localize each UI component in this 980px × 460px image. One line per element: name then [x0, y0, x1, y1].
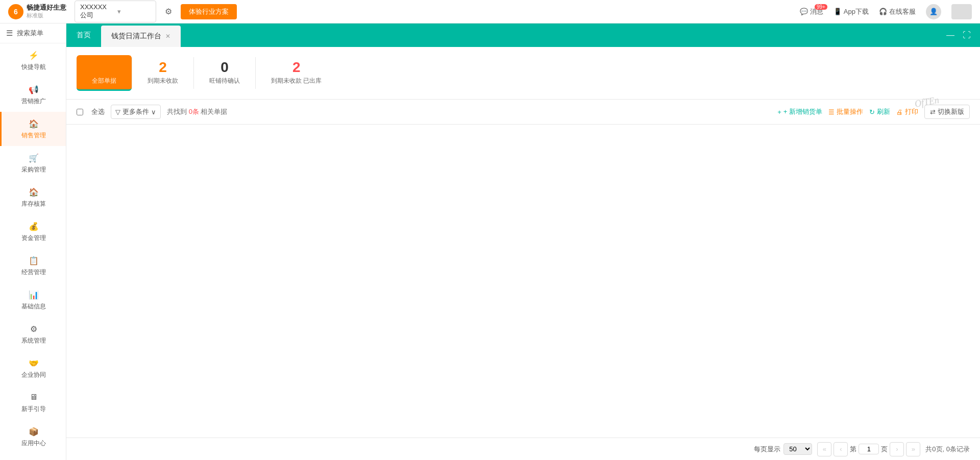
sidebar-item-marketing[interactable]: 📢 营销推广 [0, 78, 66, 112]
stat-card-pending[interactable]: 0 旺铺待确认 [194, 55, 255, 91]
message-button[interactable]: 💬 消息 99+ [800, 7, 823, 16]
tab-bar-actions: — ⛶ [942, 29, 980, 42]
sidebar-item-base-info[interactable]: 📊 基础信息 [0, 283, 66, 317]
filter-button[interactable]: ▽ 更多条件 ∨ [111, 105, 161, 119]
tab-home-label: 首页 [77, 31, 91, 40]
settings-button[interactable]: ⚙ [160, 4, 177, 20]
base-info-icon: 📊 [28, 289, 39, 300]
finance-label: 资金管理 [21, 234, 46, 243]
app-download-label: App下载 [844, 7, 869, 16]
inventory-icon: 🏠 [28, 186, 39, 198]
top-right-area: 💬 消息 99+ 📱 App下载 🎧 在线客服 👤 [800, 4, 972, 19]
prev-page-button[interactable]: ‹ [834, 442, 848, 456]
page-content: 2 全部单据 2 到期未收款 0 旺铺待确认 2 [66, 47, 980, 460]
main-layout: ☰ 搜索菜单 ⚡ 快捷导航 📢 营销推广 🏠 销售管理 🛒 采购管理 🏠 库存核… [0, 23, 980, 460]
switch-icon: ⇄ [930, 108, 936, 116]
sales-label: 销售管理 [21, 131, 46, 140]
sidebar-item-quick-nav[interactable]: ⚡ 快捷导航 [0, 43, 66, 78]
message-icon: 💬 [800, 8, 808, 15]
select-all-checkbox[interactable] [77, 109, 83, 115]
sidebar-item-finance[interactable]: 💰 资金管理 [0, 214, 66, 249]
tab-workbench[interactable]: 钱货日清工作台 ✕ [101, 26, 181, 47]
tab-workbench-label: 钱货日清工作台 [111, 32, 161, 41]
user-avatar[interactable]: 👤 [926, 4, 941, 19]
sidebar-item-guide[interactable]: 🖥 新手引导 [0, 385, 66, 420]
print-button[interactable]: 🖨 打印 [896, 107, 918, 116]
next-page-button[interactable]: › [890, 442, 904, 456]
add-label: + 新增销货单 [783, 107, 822, 116]
search-menu-icon: ☰ [6, 29, 13, 38]
sidebar-item-inventory[interactable]: 🏠 库存核算 [0, 180, 66, 214]
toolbar: 全选 ▽ 更多条件 ∨ 共找到 0条 相关单据 + + 新增销 [66, 100, 980, 125]
online-service-button[interactable]: 🎧 在线客服 [879, 7, 916, 16]
tab-maximize-button[interactable]: ⛶ [959, 29, 975, 42]
stat-pending-num: 0 [220, 59, 229, 76]
content-area: 首页 钱货日清工作台 ✕ — ⛶ 2 全部单据 [66, 23, 980, 460]
guide-label: 新手引导 [21, 405, 46, 414]
stats-cards: 2 全部单据 2 到期未收款 0 旺铺待确认 2 [77, 55, 970, 91]
stat-overdue-num: 2 [159, 59, 167, 76]
filter-icon: ▽ [115, 108, 120, 116]
service-label: 在线客服 [889, 7, 916, 16]
tab-minimize-button[interactable]: — [942, 29, 959, 42]
batch-operation-button[interactable]: ☰ 批量操作 [828, 107, 863, 116]
sidebar-item-enterprise[interactable]: 🤝 企业协同 [0, 351, 66, 385]
first-page-button[interactable]: « [817, 442, 831, 456]
company-name: XXXXXX公司 [80, 3, 113, 20]
add-sales-order-button[interactable]: + + 新增销货单 [777, 107, 822, 116]
enterprise-label: 企业协同 [21, 371, 46, 379]
logo-text: 畅捷通好生意 标准版 [27, 4, 66, 19]
refresh-icon: ↻ [869, 108, 875, 116]
app-center-label: 应用中心 [21, 439, 46, 448]
result-count: 0条 [189, 108, 199, 115]
tab-close-icon[interactable]: ✕ [165, 33, 170, 40]
message-badge: 99+ [815, 4, 827, 10]
logo-area: 6 畅捷通好生意 标准版 [8, 4, 75, 19]
operations-icon: 📋 [28, 255, 39, 266]
stat-card-all[interactable]: 2 全部单据 [77, 55, 132, 91]
stat-all-num: 2 [100, 59, 108, 76]
user-name-area[interactable] [951, 4, 972, 19]
base-info-label: 基础信息 [21, 302, 46, 311]
stat-card-overdue-out[interactable]: 2 到期未收款 已出库 [256, 55, 337, 91]
sidebar-item-purchase[interactable]: 🛒 采购管理 [0, 146, 66, 180]
result-text: 共找到 0条 相关单据 [167, 107, 227, 116]
purchase-icon: 🛒 [28, 152, 39, 163]
stat-overdue-out-num: 2 [292, 59, 301, 76]
result-prefix: 共找到 [167, 108, 187, 115]
page-number-input[interactable] [859, 444, 879, 454]
last-page-button[interactable]: » [906, 442, 920, 456]
page-size-selector[interactable]: 每页显示 50 100 200 [754, 443, 812, 455]
tab-bar: 首页 钱货日清工作台 ✕ — ⛶ [66, 23, 980, 47]
purchase-label: 采购管理 [21, 165, 46, 174]
filter-chevron-icon: ∨ [151, 108, 156, 116]
app-download-button[interactable]: 📱 App下载 [834, 7, 869, 16]
trial-button[interactable]: 体验行业方案 [181, 4, 237, 19]
tab-home[interactable]: 首页 [66, 23, 101, 47]
batch-icon: ☰ [828, 108, 835, 116]
company-selector[interactable]: XXXXXX公司 ▾ [75, 1, 156, 22]
stat-card-overdue[interactable]: 2 到期未收款 [132, 55, 193, 91]
switch-version-button[interactable]: ⇄ 切换新版 [924, 105, 970, 119]
sidebar-item-sales[interactable]: 🏠 销售管理 [0, 112, 66, 146]
app-icon: 📱 [834, 8, 842, 15]
sidebar-item-app-center[interactable]: 📦 应用中心 [0, 420, 66, 454]
page-suffix-label: 页 [881, 445, 888, 454]
batch-label: 批量操作 [837, 107, 863, 116]
marketing-label: 营销推广 [21, 97, 46, 106]
sidebar-item-wechat[interactable]: 💬 企业微信 [0, 454, 66, 460]
logo-icon: 6 [8, 4, 23, 19]
sidebar-item-sys-mgmt[interactable]: ⚙ 系统管理 [0, 317, 66, 351]
result-suffix: 相关单据 [201, 108, 227, 115]
finance-icon: 💰 [28, 221, 39, 232]
per-page-select[interactable]: 50 100 200 [783, 443, 812, 455]
select-all-label: 全选 [91, 107, 105, 116]
refresh-button[interactable]: ↻ 刷新 [869, 107, 890, 116]
search-menu-button[interactable]: ☰ 搜索菜单 [0, 23, 66, 43]
sidebar: ☰ 搜索菜单 ⚡ 快捷导航 📢 营销推广 🏠 销售管理 🛒 采购管理 🏠 库存核… [0, 23, 66, 460]
sidebar-item-operations[interactable]: 📋 经营管理 [0, 249, 66, 283]
marketing-icon: 📢 [28, 84, 39, 95]
gear-icon: ⚙ [165, 7, 172, 16]
service-icon: 🎧 [879, 8, 887, 15]
print-icon: 🖨 [896, 108, 903, 116]
